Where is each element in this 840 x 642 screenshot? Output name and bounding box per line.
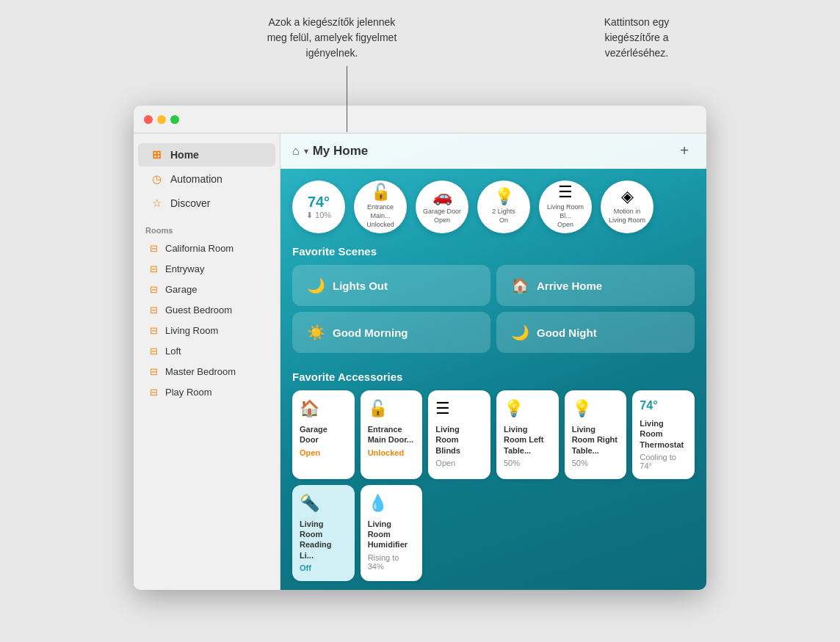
traffic-lights — [134, 115, 189, 124]
entrance-door-card-name: Entrance Main Door... — [368, 424, 416, 445]
sidebar-room-master-bedroom[interactable]: ⊟Master Bedroom — [138, 362, 275, 382]
blinds-card[interactable]: ☰ Living Room Blinds Open — [428, 390, 490, 479]
lock-icon: 🔓 — [371, 183, 391, 202]
room-label-loft: Loft — [165, 346, 181, 357]
arrive-home-button[interactable]: 🏠 Arrive Home — [496, 265, 695, 306]
room-label-garage: Garage — [165, 284, 197, 295]
left-table-card-name: Living Room Left Table... — [504, 424, 551, 456]
motion-label: Motion inLiving Room — [606, 206, 648, 226]
left-table-card-icon: 💡 — [504, 399, 551, 418]
good-morning-label: Good Morning — [333, 327, 408, 339]
sidebar-nav-item-automation[interactable]: ◷Automation — [138, 167, 275, 191]
thermostat-card[interactable]: 74° Living Room Thermostat Cooling to 74… — [632, 390, 695, 479]
temperature-circle[interactable]: 74° ⬇ 10% — [292, 180, 345, 233]
lights-out-button[interactable]: 🌙 Lights Out — [292, 265, 490, 306]
light-icon: 💡 — [494, 187, 514, 206]
good-morning-icon: ☀️ — [307, 324, 325, 341]
maximize-button[interactable] — [170, 115, 179, 124]
right-table-card-icon: 💡 — [572, 399, 620, 418]
empty-cell-3 — [565, 485, 627, 581]
add-button[interactable]: + — [674, 139, 695, 162]
blinds-label: Living Room Bl...Open — [539, 202, 592, 230]
left-table-card[interactable]: 💡 Living Room Left Table... 50% — [496, 390, 559, 479]
motion-icon: ◈ — [621, 187, 634, 206]
app-body: ⊞Home◷Automation☆Discover Rooms ⊟Califor… — [134, 134, 706, 590]
humidifier-card[interactable]: 💧 Living Room Humidifier Rising to 34% — [361, 485, 423, 581]
minimize-button[interactable] — [157, 115, 166, 124]
nav-label-home: Home — [170, 149, 199, 161]
entrance-door-card-status: Unlocked — [368, 448, 416, 457]
sidebar-nav-item-discover[interactable]: ☆Discover — [138, 191, 275, 215]
sidebar-room-guest-bedroom[interactable]: ⊟Guest Bedroom — [138, 300, 275, 320]
room-icon-play-room: ⊟ — [150, 387, 158, 398]
lights-label: 2 LightsOn — [489, 206, 518, 226]
thermostat-card-status: Cooling to 74° — [640, 453, 687, 470]
nav-label-automation: Automation — [170, 173, 222, 185]
lights-out-label: Lights Out — [333, 280, 388, 292]
room-label-california-room: California Room — [165, 243, 233, 254]
right-table-card[interactable]: 💡 Living Room Right Table... 50% — [565, 390, 627, 479]
good-morning-button[interactable]: ☀️ Good Morning — [292, 312, 490, 353]
lights-out-icon: 🌙 — [307, 277, 325, 294]
status-item-garage: 🚗 Garage DoorOpen — [416, 180, 468, 233]
lights-circle[interactable]: 💡 2 LightsOn — [477, 180, 530, 233]
room-icon-master-bedroom: ⊟ — [150, 366, 158, 377]
reading-light-name: Living Room Reading Li... — [300, 519, 347, 561]
garage-circle[interactable]: 🚗 Garage DoorOpen — [416, 180, 468, 233]
reading-light-icon: 🔦 — [300, 494, 347, 513]
nav-icon-automation: ◷ — [150, 172, 163, 186]
good-night-icon: 🌙 — [511, 324, 529, 341]
good-night-button[interactable]: 🌙 Good Night — [496, 312, 695, 353]
room-icon-entryway: ⊟ — [150, 263, 158, 274]
sidebar-room-play-room[interactable]: ⊟Play Room — [138, 382, 275, 402]
sidebar-room-california-room[interactable]: ⊟California Room — [138, 238, 275, 258]
good-night-label: Good Night — [537, 327, 597, 339]
chevron-down-icon[interactable]: ▾ — [304, 146, 308, 156]
title-bar — [134, 106, 706, 134]
arrive-home-icon: 🏠 — [511, 277, 529, 294]
status-item-entrance: 🔓 Entrance Main...Unlocked — [354, 180, 407, 233]
status-item-motion: ◈ Motion inLiving Room — [601, 180, 653, 233]
blinds-card-status: Open — [435, 459, 483, 467]
home-header-left: ⌂ ▾ My Home — [292, 144, 368, 158]
sidebar-room-loft[interactable]: ⊟Loft — [138, 341, 275, 361]
garage-door-card-status: Open — [300, 448, 347, 457]
arrive-home-label: Arrive Home — [537, 280, 602, 292]
scenes-grid: 🌙 Lights Out 🏠 Arrive Home ☀️ Good Morni… — [292, 265, 695, 353]
sidebar-room-entryway[interactable]: ⊟Entryway — [138, 259, 275, 279]
thermostat-card-icon: 74° — [640, 399, 687, 412]
garage-icon: 🚗 — [432, 187, 452, 206]
room-label-play-room: Play Room — [165, 387, 212, 398]
entrance-door-card[interactable]: 🔓 Entrance Main Door... Unlocked — [361, 390, 423, 479]
favorite-accessories-title: Favorite Accessories — [292, 371, 695, 383]
room-label-entryway: Entryway — [165, 263, 204, 274]
reading-light-card[interactable]: 🔦 Living Room Reading Li... Off — [292, 485, 355, 581]
entrance-circle[interactable]: 🔓 Entrance Main...Unlocked — [354, 180, 407, 233]
garage-door-card[interactable]: 🏠 Garage Door Open — [292, 390, 355, 479]
blinds-card-icon: ☰ — [435, 399, 483, 418]
humidifier-status: Rising to 34% — [368, 553, 416, 571]
garage-door-card-name: Garage Door — [300, 424, 347, 445]
status-item-lights: 💡 2 LightsOn — [477, 180, 530, 233]
accessories-row2: 🔦 Living Room Reading Li... Off 💧 Living… — [292, 485, 695, 581]
sidebar-room-living-room[interactable]: ⊟Living Room — [138, 321, 275, 340]
sidebar-nav-item-home[interactable]: ⊞Home — [138, 143, 275, 167]
close-button[interactable] — [144, 115, 153, 124]
empty-cell-1 — [428, 485, 490, 581]
room-label-master-bedroom: Master Bedroom — [165, 366, 236, 377]
right-table-card-status: 50% — [572, 459, 620, 467]
right-table-card-name: Living Room Right Table... — [572, 424, 620, 456]
motion-circle[interactable]: ◈ Motion inLiving Room — [601, 180, 653, 233]
empty-cell-4 — [632, 485, 695, 581]
favorite-accessories-section: Favorite Accessories 🏠 Garage Door Open … — [280, 365, 706, 590]
blinds-circle[interactable]: ☰ Living Room Bl...Open — [539, 180, 592, 233]
annotation-right: Kattintson egy kiegészítőre a vezérléséh… — [582, 15, 692, 61]
garage-door-card-icon: 🏠 — [300, 399, 347, 418]
blinds-icon: ☰ — [558, 183, 573, 202]
nav-icon-home: ⊞ — [150, 148, 163, 161]
thermostat-card-name: Living Room Thermostat — [640, 418, 687, 450]
sidebar-room-garage[interactable]: ⊟Garage — [138, 280, 275, 299]
reading-light-status: Off — [300, 563, 347, 572]
sidebar: ⊞Home◷Automation☆Discover Rooms ⊟Califor… — [134, 134, 280, 590]
header-bar: ⌂ ▾ My Home + — [280, 134, 706, 169]
